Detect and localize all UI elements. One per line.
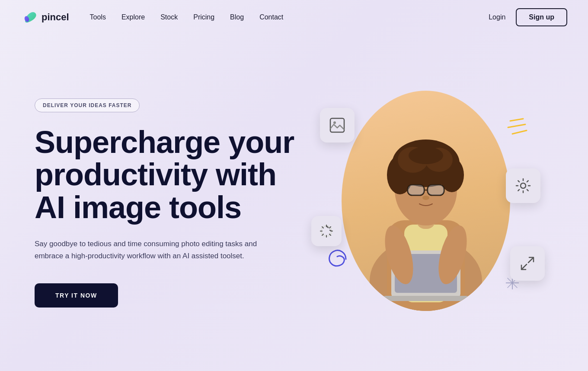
hero-badge: DELIVER YOUR IDEAS FASTER — [35, 98, 140, 112]
svg-line-40 — [508, 124, 525, 127]
float-card-expand — [510, 246, 545, 281]
person-illustration — [342, 91, 510, 311]
person-background — [342, 91, 510, 311]
nav-item-blog[interactable]: Blog — [230, 13, 244, 21]
nav-item-tools[interactable]: Tools — [90, 13, 106, 21]
svg-line-41 — [512, 130, 527, 134]
brand-name: pincel — [42, 12, 69, 23]
svg-rect-16 — [428, 185, 444, 195]
svg-point-17 — [422, 196, 429, 200]
svg-rect-15 — [408, 185, 424, 195]
float-card-loader — [311, 216, 342, 246]
try-it-now-button[interactable]: TRY IT NOW — [35, 283, 118, 308]
navbar: pincel Tools Explore Stock Pricing Blog … — [0, 0, 588, 35]
svg-line-37 — [528, 258, 533, 263]
image-icon — [328, 116, 347, 135]
nav-right: Login Sign up — [489, 8, 567, 26]
nav-item-explore[interactable]: Explore — [121, 13, 145, 21]
expand-icon — [518, 254, 537, 273]
svg-line-38 — [522, 264, 527, 269]
settings-icon — [514, 176, 533, 195]
logo-icon — [21, 9, 38, 26]
nav-item-stock[interactable]: Stock — [160, 13, 178, 21]
nav-links: Tools Explore Stock Pricing Blog Contact — [90, 13, 284, 21]
svg-point-11 — [409, 147, 443, 164]
person-svg — [352, 99, 499, 311]
hero-title: Supercharge your productivity with AI im… — [35, 126, 311, 224]
nav-item-contact[interactable]: Contact — [259, 13, 283, 21]
hero-subtitle: Say goodbye to tedious and time consumin… — [35, 238, 259, 263]
hero-section: DELIVER YOUR IDEAS FASTER Supercharge yo… — [0, 35, 588, 363]
login-button[interactable]: Login — [489, 13, 505, 21]
yellow-lines-decoration — [506, 117, 527, 143]
float-card-image — [320, 108, 355, 143]
signup-button[interactable]: Sign up — [516, 8, 567, 26]
nav-left: pincel Tools Explore Stock Pricing Blog … — [21, 9, 283, 26]
hero-left: DELIVER YOUR IDEAS FASTER Supercharge yo… — [35, 98, 311, 308]
svg-line-39 — [510, 119, 523, 121]
loader-icon — [318, 222, 335, 240]
float-card-settings — [506, 168, 540, 203]
swirl-decoration — [324, 246, 350, 272]
logo[interactable]: pincel — [21, 9, 69, 26]
svg-rect-20 — [383, 296, 469, 301]
svg-point-24 — [333, 121, 336, 124]
svg-point-25 — [521, 183, 526, 188]
nav-item-pricing[interactable]: Pricing — [193, 13, 214, 21]
hero-illustration — [311, 82, 553, 324]
